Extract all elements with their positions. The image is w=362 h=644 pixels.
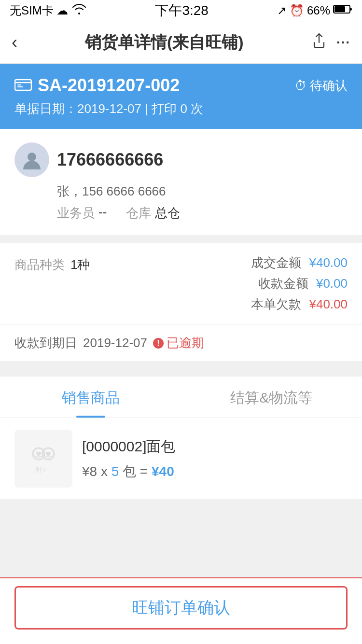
clock-icon: ⏱	[294, 78, 307, 93]
overdue-badge: ! 已逾期	[153, 335, 204, 351]
svg-rect-4	[17, 84, 21, 85]
divider-1	[0, 235, 362, 243]
page-title: 销货单详情(来自旺铺)	[85, 31, 244, 54]
status-left: 无SIM卡 ☁	[10, 3, 86, 18]
product-types: 商品种类 1种	[14, 254, 90, 273]
product-name: [0000002]面包	[82, 437, 348, 457]
order-id: SA-20191207-002	[38, 75, 180, 96]
nav-bar: ‹ 销货单详情(来自旺铺) ···	[0, 21, 362, 64]
product-item: 野+ [0000002]面包 ¥8 x 5 包 = ¥40	[0, 418, 362, 499]
order-date-row: 单据日期：2019-12-07 | 打印 0 次	[14, 100, 348, 117]
customer-section: 17666666666 张，156 6666 6666 业务员 -- 仓库 总仓	[0, 129, 362, 235]
price-base: ¥8	[82, 464, 97, 479]
due-date-value: 2019-12-07	[83, 336, 147, 350]
svg-point-9	[36, 452, 38, 454]
owed-value: ¥40.00	[309, 297, 348, 312]
customer-name: 张，156 6666 6666	[14, 183, 348, 200]
received-value: ¥0.00	[316, 276, 348, 291]
divider-2	[0, 361, 362, 369]
sim-label: 无SIM卡 ☁	[10, 3, 68, 18]
product-thumbnail: 野+	[14, 430, 72, 488]
more-icon[interactable]: ···	[336, 35, 350, 50]
customer-meta: 业务员 -- 仓库 总仓	[14, 205, 348, 222]
confirm-order-button[interactable]: 旺铺订单确认	[14, 586, 348, 630]
alarm-icon: ⏰	[290, 4, 304, 17]
order-status: ⏱ 待确认	[294, 77, 348, 94]
svg-point-6	[28, 153, 36, 161]
svg-rect-5	[17, 86, 23, 87]
customer-phone: 17666666666	[57, 150, 163, 170]
battery-icon	[333, 4, 352, 17]
tab-sales-product[interactable]: 销售商品	[0, 377, 181, 418]
product-types-value: 1种	[70, 256, 90, 273]
salesman-label: 业务员	[57, 205, 95, 222]
svg-text:野+: 野+	[36, 466, 46, 474]
svg-point-13	[46, 452, 47, 454]
nav-actions: ···	[311, 33, 350, 52]
svg-rect-1	[334, 6, 345, 12]
avatar	[14, 142, 49, 177]
due-date-section: 收款到期日 2019-12-07 ! 已逾期	[0, 324, 362, 361]
battery-label: 66%	[307, 4, 330, 17]
product-info: [0000002]面包 ¥8 x 5 包 = ¥40	[82, 437, 348, 481]
amounts-block: 成交金额 ¥40.00 收款金额 ¥0.00 本单欠款 ¥40.00	[251, 254, 348, 313]
warehouse-label: 仓库	[126, 205, 151, 222]
overdue-text: 已逾期	[167, 335, 204, 351]
order-header: SA-20191207-002 ⏱ 待确认 单据日期：2019-12-07 | …	[0, 64, 362, 129]
amount-value: ¥40.00	[309, 255, 348, 270]
owed-label: 本单欠款	[251, 296, 301, 313]
svg-point-14	[50, 452, 51, 454]
svg-point-10	[40, 452, 42, 454]
order-icon	[14, 77, 32, 94]
status-time: 下午3:28	[155, 1, 209, 20]
overdue-dot-icon: !	[153, 338, 164, 349]
due-date-label: 收款到期日	[14, 335, 77, 351]
product-types-label: 商品种类	[14, 256, 65, 273]
amount-label: 成交金额	[251, 254, 301, 271]
bottom-bar: 旺铺订单确认	[0, 577, 362, 644]
tab-settlement[interactable]: 结算&物流等	[181, 377, 362, 418]
wifi-icon	[72, 4, 86, 17]
location-icon: ↗	[277, 4, 287, 17]
received-label: 收款金额	[258, 275, 308, 292]
back-button[interactable]: ‹	[12, 32, 17, 53]
amount-section: 商品种类 1种 成交金额 ¥40.00 收款金额 ¥0.00 本单欠款 ¥40.…	[0, 243, 362, 324]
tabs-section: 销售商品 结算&物流等	[0, 377, 362, 418]
status-bar: 无SIM卡 ☁ 下午3:28 ↗ ⏰ 66%	[0, 0, 362, 21]
product-price: ¥8 x 5 包 = ¥40	[82, 462, 348, 481]
salesman-value: --	[98, 205, 107, 222]
warehouse-value: 总仓	[155, 205, 180, 222]
product-qty: 5	[111, 464, 119, 479]
share-icon[interactable]	[311, 33, 327, 52]
status-right: ↗ ⏰ 66%	[277, 4, 352, 17]
status-text: 待确认	[310, 77, 348, 94]
tab-underline	[76, 416, 105, 418]
product-total: ¥40	[152, 464, 174, 479]
